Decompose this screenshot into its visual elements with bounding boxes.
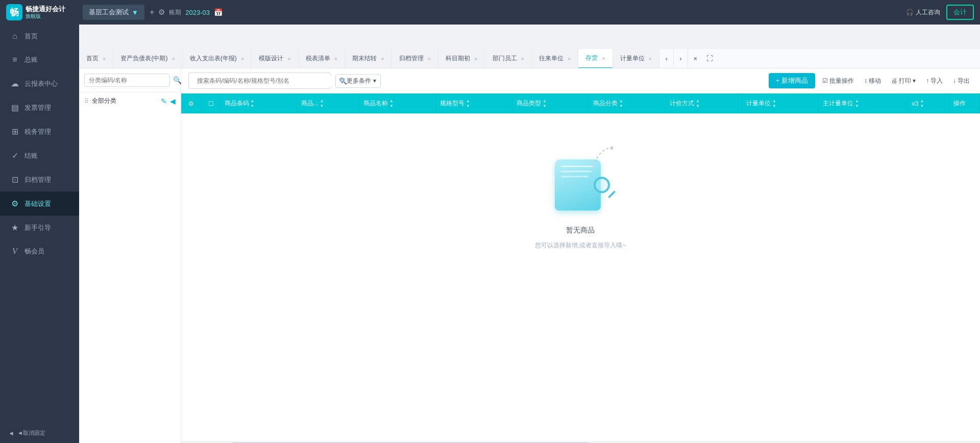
sort-category[interactable]: ▲▼ [619,99,623,108]
period-label: 账期 [169,8,181,17]
unpin-button[interactable]: ◄ ◄取消固定 [0,423,79,443]
tab-contact[interactable]: 往来单位 × [532,49,578,68]
tab-period-end[interactable]: 期末结转 × [345,49,391,68]
tab-taxclear[interactable]: 税表清单 × [299,49,345,68]
tab-expand[interactable]: ⛶ [702,49,717,68]
tab-close-contact[interactable]: × [568,56,571,62]
calendar-icon[interactable]: 📅 [214,8,223,16]
arrow-shape [591,144,616,170]
category-edit-icon[interactable]: ✎ [161,97,167,105]
tab-close-subject[interactable]: × [474,56,477,62]
col-main-unit[interactable]: 主计量单位 ▲▼ [818,94,907,113]
sidebar-item-reports[interactable]: ☁ 云报表中心 [0,72,79,96]
import-button[interactable]: ↑ 导入 [923,75,946,87]
col-settings[interactable]: ⚙ [181,94,202,113]
sidebar-label-archive: 归档管理 [24,175,51,184]
plus-icon[interactable]: + [150,8,154,17]
sidebar-label-reports: 云报表中心 [24,79,58,88]
tab-subject[interactable]: 科目期初 × [438,49,485,68]
sidebar-label-home: 首页 [24,32,38,41]
tab-unit[interactable]: 计量单位 × [613,49,659,68]
sidebar-item-guide[interactable]: ★ 新手引导 [0,216,79,240]
col-price-method[interactable]: 计价方式 ▲▼ [665,94,742,113]
sort-extra[interactable]: ▲▼ [920,99,924,108]
tab-close-template[interactable]: × [287,56,290,62]
sidebar-item-archive[interactable]: ⊡ 归档管理 [0,168,79,192]
category-header: ⠿ 全部分类 ✎ ◀ [79,92,181,109]
settings-icon[interactable]: ⚙ [158,8,165,17]
select-all-checkbox[interactable]: ☐ [208,100,214,107]
dropdown-icon[interactable]: ▼ [132,9,138,16]
print-button[interactable]: 🖨 打印 ▾ [888,75,919,87]
category-search-icon[interactable]: 🔍 [173,76,182,84]
sidebar-item-settings[interactable]: ⚙ 基础设置 [0,192,79,216]
settings-nav-icon: ⚙ [10,199,19,208]
sidebar-item-invoice[interactable]: ▤ 发票管理 [0,96,79,120]
col-checkbox[interactable]: ☐ [202,94,220,113]
tab-close-dept[interactable]: × [521,56,524,62]
app-name: 畅捷通好会计 [26,5,65,13]
tab-close-all[interactable]: × [688,49,702,68]
drag-icon: ⠿ [84,98,89,105]
tax-icon: ⊞ [10,127,19,136]
sort-code[interactable]: ▲▼ [320,99,324,108]
reports-icon: ☁ [10,79,19,88]
help-button[interactable]: 🎧 人工咨询 [906,8,940,17]
tab-close-period-end[interactable]: × [381,56,384,62]
main-search-input[interactable] [193,75,336,86]
add-product-button[interactable]: + 新增商品 [769,73,815,88]
top-actions: + ⚙ 账期 2023-03 📅 [150,8,223,17]
sort-spec[interactable]: ▲▼ [466,99,470,108]
col-spec[interactable]: 规格型号 ▲▼ [435,94,512,113]
col-category[interactable]: 商品分类 ▲▼ [589,94,665,113]
export-button[interactable]: ↓ 导出 [950,75,973,87]
export-icon: ↓ [953,77,956,84]
column-settings-icon[interactable]: ⚙ [188,100,194,107]
col-barcode[interactable]: 商品条码 ▲▼ [220,94,297,113]
col-unit[interactable]: 计量单位 ▲▼ [742,94,818,113]
tab-close-unit[interactable]: × [649,56,652,62]
account-button[interactable]: 会计 [946,5,974,20]
tab-arch-mgmt[interactable]: 归档管理 × [392,49,438,68]
col-extra[interactable]: ≡3 ▲▼ [907,94,949,113]
sidebar-item-tax[interactable]: ⊞ 税务管理 [0,120,79,144]
sidebar-item-home[interactable]: ⌂ 首页 [0,25,79,48]
sidebar-label-tax: 税务管理 [24,127,51,136]
member-icon: V [10,247,19,256]
move-button[interactable]: ↕ 移动 [861,75,884,87]
sidebar-item-member[interactable]: V 畅会员 [0,240,79,263]
category-search-input[interactable] [84,74,170,87]
tab-close-home[interactable]: × [103,56,106,62]
tab-balance[interactable]: 资产负债表(中期) × [113,49,182,68]
sidebar-item-settle[interactable]: ✓ 结账 [0,144,79,168]
batch-operation-button[interactable]: ☑ 批量操作 [819,75,857,87]
tab-nav-prev[interactable]: ‹ [659,49,674,68]
tab-close-arch-mgmt[interactable]: × [428,56,431,62]
sort-barcode[interactable]: ▲▼ [251,99,255,108]
sort-type[interactable]: ▲▼ [543,99,547,108]
tab-close-income[interactable]: × [241,56,244,62]
col-action: 操作 [949,94,980,113]
move-icon: ↕ [864,77,867,84]
sort-price-method[interactable]: ▲▼ [696,99,700,108]
sort-main-unit[interactable]: ▲▼ [855,99,859,108]
tab-close-inventory[interactable]: × [602,55,605,61]
tab-template[interactable]: 模版设计 × [252,49,298,68]
tab-dept[interactable]: 部门员工 × [485,49,532,68]
company-tab[interactable]: 基层工会测试 ▼ [83,5,144,20]
col-type[interactable]: 商品类型 ▲▼ [512,94,589,113]
category-collapse-icon[interactable]: ◀ [170,97,176,105]
tab-close-balance[interactable]: × [172,56,175,62]
col-code[interactable]: 商品... ▲▼ [297,94,359,113]
sort-name[interactable]: ▲▼ [389,99,394,108]
table-container: ⚙ ☐ 商品条码 ▲▼ [181,94,980,441]
sort-unit[interactable]: ▲▼ [772,99,776,108]
col-name[interactable]: 商品名称 ▲▼ [359,94,435,113]
tab-inventory[interactable]: 存货 × [578,49,612,68]
sidebar-item-ledger[interactable]: ≡ 总账 [0,48,79,72]
tab-close-taxclear[interactable]: × [334,56,337,62]
tab-income[interactable]: 收入支出表(年报) × [183,49,252,68]
filter-button[interactable]: ▽ 更多条件 ▾ [335,74,381,88]
tab-home[interactable]: 首页 × [79,49,113,68]
tab-nav-next[interactable]: › [674,49,688,68]
